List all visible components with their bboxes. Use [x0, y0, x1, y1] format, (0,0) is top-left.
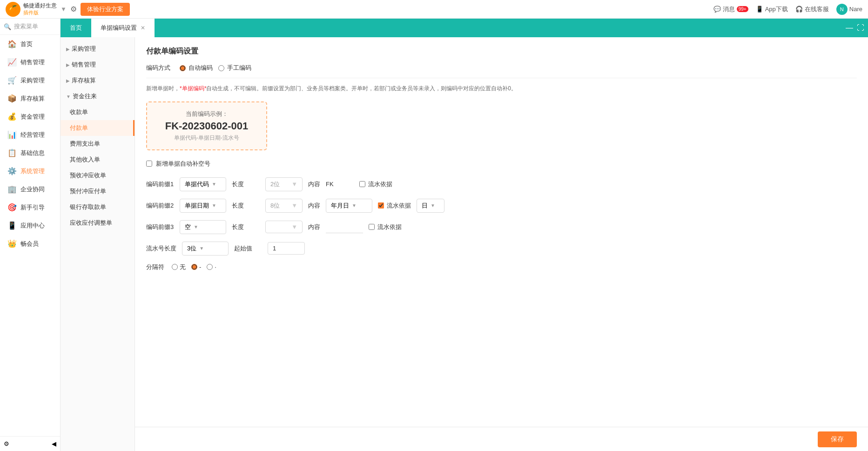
manual-encode-option[interactable]: 手工编码 [218, 64, 251, 72]
sidebar-collapse-icon[interactable]: ◀ [52, 440, 56, 447]
sub-item-bank-deposit[interactable]: 银行存取款单 [61, 199, 135, 215]
right-panel: 首页 单据编码设置 ✕ — ⛶ ▶ 采购管理 [61, 19, 868, 451]
tab-expand-icon[interactable]: ⛶ [857, 24, 864, 32]
sidebar-item-inventory[interactable]: 📦 库存核算 [0, 89, 60, 108]
top-bar-right: 💬 消息 99+ 📱 App下载 🎧 在线客服 N Nare [713, 4, 862, 15]
sidebar-item-system[interactable]: ⚙️ 系统管理 [0, 162, 60, 180]
sub-item-other-income[interactable]: 其他收入单 [61, 152, 135, 168]
sep-dash-option[interactable]: - [191, 263, 201, 270]
sidebar-item-purchase[interactable]: 🛒 采购管理 [0, 71, 60, 89]
serial3-label: 流水依据 [377, 223, 402, 231]
sidebar-label-home: 首页 [20, 40, 33, 48]
prefix2-arrow: ▼ [212, 203, 216, 208]
sidebar-item-guide[interactable]: 🎯 新手引导 [0, 198, 60, 216]
tab-minimize-icon[interactable]: — [846, 24, 853, 32]
app-download-label: App下载 [765, 5, 788, 13]
user-item[interactable]: N Nare [836, 4, 862, 15]
sub-item-payment[interactable]: 付款单 [61, 120, 135, 136]
sidebar-item-home[interactable]: 🏠 首页 [0, 35, 60, 53]
prefix1-select[interactable]: 单据代码 ▼ [180, 177, 226, 191]
operations-icon: 📊 [7, 130, 17, 139]
sub-item-receipt[interactable]: 收款单 [61, 104, 135, 120]
page-title: 付款单编码设置 [146, 47, 857, 56]
sidebar-item-sales[interactable]: 📈 销售管理 [0, 53, 60, 71]
length2-input[interactable]: 8位 ▼ [265, 199, 303, 213]
serial3-checkbox-label[interactable]: 流水依据 [369, 223, 402, 231]
sub-header-inventory[interactable]: ▶ 库存核算 [61, 73, 135, 88]
manual-encode-radio[interactable] [218, 65, 224, 71]
sep-none-label: 无 [180, 263, 186, 271]
sidebar-search[interactable]: 🔍 搜索菜单 [0, 19, 60, 35]
experience-button[interactable]: 体验行业方案 [81, 3, 130, 16]
sub-item-prepaid-recv[interactable]: 预收冲应收单 [61, 168, 135, 183]
sep-dash-radio[interactable] [191, 264, 197, 270]
online-service-item[interactable]: 🎧 在线客服 [795, 5, 829, 13]
length2-value: 8位 [270, 202, 280, 210]
top-bar: 🍊 畅捷通好生意 插件版 ▼ ⚙ 体验行业方案 💬 消息 99+ 📱 App下载… [0, 0, 868, 19]
encode-method-label: 编码方式 [146, 64, 170, 72]
sidebar-settings-icon[interactable]: ⚙ [4, 440, 9, 447]
sub-header-capital[interactable]: ▼ 资金往来 [61, 88, 135, 104]
sub-header-purchase[interactable]: ▶ 采购管理 [61, 41, 135, 57]
start-value-input[interactable] [268, 242, 305, 255]
content1-label: 内容 [308, 180, 320, 188]
app-download-item[interactable]: 📱 App下载 [756, 5, 788, 13]
sep-dot-option[interactable]: · [207, 263, 216, 270]
length1-input[interactable]: 2位 ▼ [265, 177, 303, 191]
sub-items-capital: 收款单 付款单 费用支出单 其他收入单 预收冲应收单 预付冲应付单 银行存取款单… [61, 104, 135, 231]
sidebar-label-guide: 新手引导 [20, 203, 45, 212]
message-label: 消息 [723, 5, 735, 13]
tab-home[interactable]: 首页 [61, 19, 91, 37]
serial2-checkbox-label[interactable]: 流水依据 [378, 202, 411, 210]
length3-arrow: ▼ [291, 223, 297, 230]
finance-icon: 💰 [7, 112, 17, 121]
sub-group-purchase: ▶ 采购管理 [61, 41, 135, 57]
tab-encode[interactable]: 单据编码设置 ✕ [91, 19, 155, 37]
dropdown-arrow[interactable]: ▼ [61, 6, 67, 13]
brand-name: 畅捷通好生意 [23, 2, 57, 10]
prefix3-arrow: ▼ [194, 224, 198, 229]
sep-none-radio[interactable] [172, 264, 178, 270]
sidebar-item-basic[interactable]: 📋 基础信息 [0, 144, 60, 162]
sub-item-expense[interactable]: 费用支出单 [61, 136, 135, 152]
sales-icon: 📈 [7, 58, 17, 67]
preview-box: 当前编码示例： FK-20230602-001 单据代码-单据日期-流水号 [146, 101, 267, 150]
search-label: 搜索菜单 [14, 22, 38, 31]
prefix2-select[interactable]: 单据日期 ▼ [180, 199, 226, 213]
length1-arrow: ▼ [291, 181, 297, 188]
content2-select[interactable]: 年月日 ▼ [326, 199, 372, 213]
serial2-checkbox[interactable] [378, 202, 384, 209]
sub-item-receivable-adjust[interactable]: 应收应付调整单 [61, 215, 135, 231]
sep-none-option[interactable]: 无 [172, 263, 186, 271]
serial1-checkbox-label[interactable]: 流水依据 [359, 180, 392, 188]
auto-encode-option[interactable]: 自动编码 [180, 64, 213, 72]
sidebar-item-finance[interactable]: 💰 资金管理 [0, 108, 60, 126]
sidebar-item-member[interactable]: 👑 畅会员 [0, 235, 60, 253]
serial-length-label: 流水号长度 [146, 244, 176, 253]
sidebar: 🔍 搜索菜单 🏠 首页 📈 销售管理 🛒 采购管理 📦 库存核算 💰 资金管理 … [0, 19, 61, 451]
auto-fill-checkbox[interactable] [146, 161, 152, 167]
bottom-bar: 保存 [135, 427, 868, 451]
arrow-capital: ▼ [66, 94, 71, 99]
prefix3-select[interactable]: 空 ▼ [180, 220, 226, 234]
settings-icon[interactable]: ⚙ [70, 5, 77, 13]
basic-icon: 📋 [7, 148, 17, 157]
message-item[interactable]: 💬 消息 99+ [713, 5, 748, 13]
tab-close-icon[interactable]: ✕ [141, 25, 145, 31]
sidebar-item-operations[interactable]: 📊 经营管理 [0, 126, 60, 144]
sub-header-sales[interactable]: ▶ 销售管理 [61, 57, 135, 73]
serial3-checkbox[interactable] [369, 224, 375, 230]
arrow-purchase: ▶ [66, 47, 70, 52]
sidebar-item-apps[interactable]: 📱 应用中心 [0, 216, 60, 235]
sidebar-item-enterprise[interactable]: 🏢 企业协同 [0, 180, 60, 198]
length2-arrow: ▼ [291, 202, 297, 209]
auto-encode-radio[interactable] [180, 65, 186, 71]
preview-desc: 单据代码-单据日期-流水号 [158, 134, 255, 142]
sep-dot-radio[interactable] [207, 264, 213, 270]
length3-input[interactable]: ▼ [265, 221, 303, 233]
serial1-checkbox[interactable] [359, 181, 365, 187]
serial-length-select[interactable]: 3位 ▼ [182, 242, 229, 256]
save-button[interactable]: 保存 [818, 431, 857, 447]
granularity-select[interactable]: 日 ▼ [417, 199, 444, 213]
sub-item-prepaid-pay[interactable]: 预付冲应付单 [61, 183, 135, 199]
